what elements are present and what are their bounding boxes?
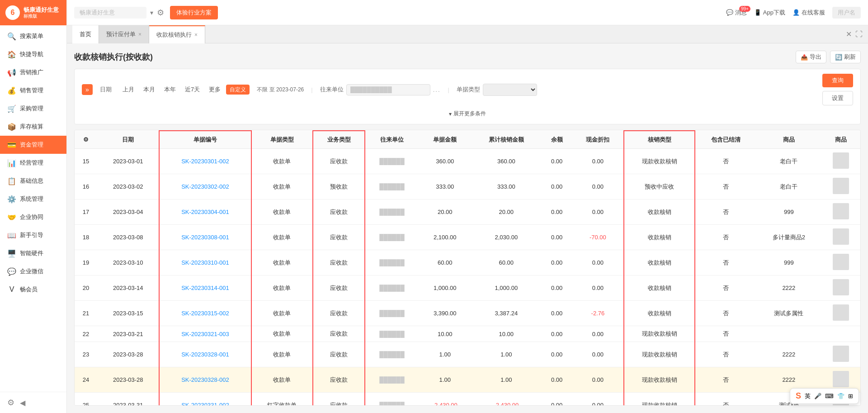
settings-button[interactable]: 设置 [822, 91, 853, 105]
filter-this-month[interactable]: 本月 [140, 85, 159, 95]
page-header-actions: 📤 导出 🔄 刷新 [796, 51, 861, 63]
voucher-link[interactable]: SK-20230310-001 [181, 259, 229, 266]
cell-include-settled: 否 [695, 174, 756, 199]
col-gear[interactable]: ⚙ [75, 131, 97, 149]
cell-amount: 360.00 [419, 149, 472, 174]
sidebar-item-purchase[interactable]: 🛒采购管理 [0, 100, 66, 118]
query-button[interactable]: 查询 [822, 74, 853, 87]
ime-shirt-icon[interactable]: 👕 [837, 393, 844, 399]
sidebar-item-enterprise[interactable]: 🤝企业协同 [0, 208, 66, 226]
cell-writeoff-type: 现款收款核销 [624, 149, 695, 174]
tab-home[interactable]: 首页 [72, 25, 99, 43]
solution-button[interactable]: 体验行业方案 [170, 6, 218, 19]
sidebar-item-hardware[interactable]: 🖥️智能硬件 [0, 244, 66, 262]
topbar-gear-icon[interactable]: ⚙ [157, 8, 164, 18]
col-writeoff-type[interactable]: 核销类型 [624, 131, 695, 149]
tab-collection-close[interactable]: × [194, 32, 198, 38]
sidebar-item-marketing[interactable]: 📢营销推广 [0, 63, 66, 81]
sidebar-item-wechat[interactable]: 💬企业微信 [0, 262, 66, 280]
col-voucher-type[interactable]: 单据类型 [251, 131, 313, 149]
filter-more[interactable]: 更多 [205, 85, 224, 95]
voucher-link[interactable]: SK-20230315-002 [181, 310, 229, 317]
sidebar-item-guide[interactable]: 📖新手引导 [0, 226, 66, 244]
messages-btn[interactable]: 💬 消息 99+ [726, 9, 747, 17]
tab-prepay[interactable]: 预计应付单 × [99, 25, 149, 43]
sidebar-label-marketing: 营销推广 [20, 68, 43, 76]
voucher-link[interactable]: SK-20230304-001 [181, 209, 229, 215]
col-cumulative[interactable]: 累计核销金额 [472, 131, 542, 149]
voucher-link[interactable]: SK-20230328-002 [181, 376, 229, 383]
sidebar-item-operations[interactable]: 📊经营管理 [0, 154, 66, 172]
collapse-icon[interactable]: ◀ [20, 399, 25, 407]
sidebar-item-inventory[interactable]: 📦库存核算 [0, 118, 66, 136]
topbar-dropdown-arrow[interactable]: ▾ [150, 9, 153, 16]
ime-grid-icon[interactable]: ⊞ [848, 393, 853, 399]
ime-keyboard-icon[interactable]: ⌨ [825, 393, 834, 399]
expand-more-btn[interactable]: ▾ 展开更多条件 [447, 108, 488, 119]
app-download-btn[interactable]: 📱 App下载 [754, 9, 785, 17]
sidebar-label-search: 搜索菜单 [20, 32, 43, 40]
cell-counterparty: ██████ [365, 342, 419, 367]
sidebar-item-member[interactable]: V畅会员 [0, 280, 66, 299]
voucher-link[interactable]: SK-20230301-002 [181, 158, 229, 165]
filter-toggle-btn[interactable]: » [82, 84, 93, 95]
tab-collection[interactable]: 收款核销执行 × [149, 25, 205, 43]
table-header-row: ⚙ 日期 单据编号 单据类型 业务类型 往来单位 单据金额 累计核销金额 余额 … [75, 131, 860, 149]
sidebar-item-sales[interactable]: 💰销售管理 [0, 81, 66, 100]
cell-goods: 2222 [756, 342, 821, 367]
sidebar-item-basic[interactable]: 📋基础信息 [0, 172, 66, 190]
member-icon: V [7, 285, 16, 294]
sidebar-item-search[interactable]: 🔍搜索菜单 [0, 27, 66, 45]
refresh-button[interactable]: 🔄 刷新 [830, 51, 861, 63]
col-amount[interactable]: 单据金额 [419, 131, 472, 149]
logo-sub-text: 标推版 [24, 14, 59, 19]
tab-prepay-close[interactable]: × [138, 31, 142, 38]
col-include-settled[interactable]: 包含已结清 [695, 131, 756, 149]
col-cash-discount[interactable]: 现金折扣 [572, 131, 623, 149]
close-window-icon[interactable]: ✕ [846, 30, 852, 38]
cell-balance: 0.00 [541, 225, 572, 250]
voucher-link[interactable]: SK-20230328-001 [181, 351, 229, 358]
cell-writeoff-type: 收款核销 [624, 199, 695, 225]
cell-biz-type: 应收款 [313, 275, 365, 301]
col-biz-type[interactable]: 业务类型 [313, 131, 365, 149]
ime-mic-icon[interactable]: 🎤 [814, 393, 821, 399]
voucher-link[interactable]: SK-20230314-001 [181, 285, 229, 291]
sidebar-item-funds[interactable]: 💳资金管理 [0, 136, 66, 154]
cell-goods: 老白干 [756, 149, 821, 174]
fullscreen-icon[interactable]: ⛶ [855, 30, 863, 38]
settings-icon[interactable]: ⚙ [7, 398, 14, 408]
service-btn[interactable]: 👤 在线客服 [793, 9, 825, 17]
sidebar-label-quicknav: 快捷导航 [20, 50, 43, 58]
filter-this-year[interactable]: 本年 [160, 85, 179, 95]
filter-counterparty-input[interactable] [346, 84, 430, 95]
voucher-link[interactable]: SK-20230321-003 [181, 331, 229, 337]
voucher-link[interactable]: SK-20230302-002 [181, 183, 229, 190]
col-balance[interactable]: 余额 [541, 131, 572, 149]
filter-last-month[interactable]: 上月 [119, 85, 138, 95]
sidebar-logo-text: 畅康通好生意 标推版 [24, 6, 59, 19]
cell-amount: 3,390.00 [419, 301, 472, 326]
voucher-link[interactable]: SK-20230331-002 [181, 402, 229, 406]
sidebar-item-system[interactable]: ⚙️系统管理 [0, 190, 66, 208]
filter-voucher-type-select[interactable] [483, 84, 537, 96]
filter-7days[interactable]: 近7天 [181, 85, 203, 95]
message-icon: 💬 [726, 9, 733, 16]
cell-cash-discount: 0.00 [572, 275, 623, 301]
col-voucher-no[interactable]: 单据编号 [159, 131, 251, 149]
cell-date: 2023-03-28 [97, 342, 159, 367]
cell-counterparty: ██████ [365, 275, 419, 301]
col-date[interactable]: 日期 [97, 131, 159, 149]
col-goods[interactable]: 商品 [756, 131, 821, 149]
user-info[interactable]: 用户名 [832, 7, 861, 19]
cell-balance: 0.00 [541, 326, 572, 342]
col-goods2[interactable]: 商品 [821, 131, 860, 149]
col-counterparty[interactable]: 往来单位 [365, 131, 419, 149]
sidebar-item-quicknav[interactable]: 🏠快捷导航 [0, 45, 66, 63]
cell-writeoff-type: 收款核销 [624, 301, 695, 326]
voucher-link[interactable]: SK-20230308-001 [181, 234, 229, 241]
table-row: 17 2023-03-04 SK-20230304-001 收款单 应收款 ██… [75, 199, 860, 225]
export-button[interactable]: 📤 导出 [796, 51, 826, 63]
filter-custom-btn[interactable]: 自定义 [226, 85, 250, 95]
system-icon: ⚙️ [7, 195, 16, 204]
